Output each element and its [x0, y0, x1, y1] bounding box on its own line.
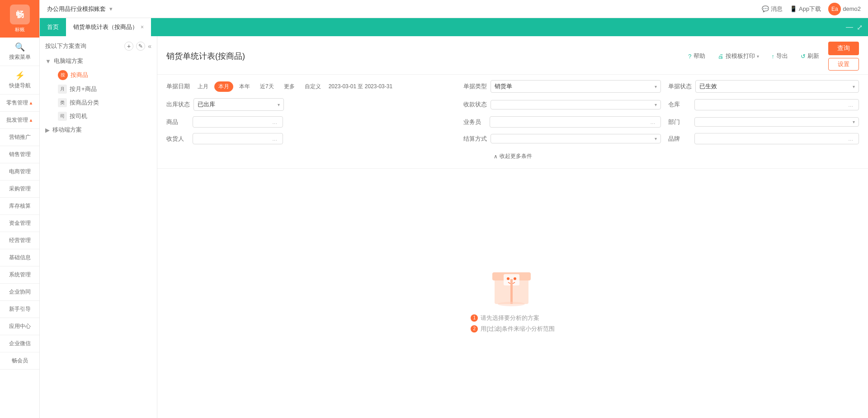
retail-arrow: ▲ [29, 100, 33, 105]
date-btn-last-month[interactable]: 上月 [193, 81, 212, 92]
warehouse-input[interactable]: ... [694, 99, 859, 110]
collapse-more-btn[interactable]: ∧ 收起更多条件 [166, 150, 859, 163]
date-btn-custom[interactable]: 自定义 [301, 81, 325, 92]
app-download-btn[interactable]: 📱 App下载 [790, 5, 821, 13]
tab-home[interactable]: 首页 [40, 18, 66, 36]
sidebar-item-search[interactable]: 🔍 搜索菜单 [0, 38, 39, 66]
receipt-status-select[interactable]: ▾ [491, 100, 661, 109]
sidebar-item-shortcut[interactable]: ⚡ 快捷导航 [0, 66, 39, 95]
receipt-status-label: 收款状态 [463, 100, 487, 109]
empty-tip-1: 1 请先选择要分析的方案 [471, 314, 554, 322]
filter-out-status: 出库状态 已出库 ▾ [166, 98, 463, 111]
collapse-panel-btn[interactable]: « [148, 43, 151, 50]
message-btn[interactable]: 💬 消息 [762, 5, 783, 13]
tree-expand-icon: ▼ [45, 58, 51, 65]
query-btn[interactable]: 查询 [828, 42, 859, 55]
sidebar-item-retail[interactable]: 零售管理 ▲ [0, 95, 39, 112]
refresh-btn[interactable]: ↺ 刷新 [797, 50, 823, 62]
filter-area: 单据日期 上月 本月 本年 近7天 更多 自定义 2023-03-01 至 20… [157, 75, 868, 169]
add-scheme-btn[interactable]: + [124, 42, 133, 51]
filter-date: 单据日期 上月 本月 本年 近7天 更多 自定义 2023-03-01 至 20… [166, 81, 463, 92]
receiver-dots[interactable]: ... [270, 135, 279, 142]
doc-type-select[interactable]: 销货单 ▾ [491, 80, 661, 93]
salesperson-dots[interactable]: ... [648, 119, 657, 125]
tab-maximize-icon[interactable]: ⤢ [857, 23, 863, 32]
tree-item-by-month-goods[interactable]: 月 按月+商品 [45, 82, 157, 96]
export-btn[interactable]: ↑ 导出 [768, 50, 792, 62]
empty-tips: 1 请先选择要分析的方案 2 用[过滤]条件来缩小分析范围 [471, 314, 554, 333]
tree-item-by-driver[interactable]: 司 按司机 [45, 109, 157, 123]
date-btn-this-month[interactable]: 本月 [214, 81, 233, 92]
help-btn[interactable]: ? 帮助 [684, 50, 708, 62]
header-dropdown-arrow[interactable]: ▾ [109, 5, 113, 12]
tab-minimize-icon[interactable]: — [846, 23, 853, 31]
filter-row-1: 单据日期 上月 本月 本年 近7天 更多 自定义 2023-03-01 至 20… [166, 80, 859, 93]
doc-type-chevron: ▾ [655, 84, 657, 89]
tree-section-desktop[interactable]: ▼ 电脑端方案 [40, 54, 157, 68]
goods-dots[interactable]: ... [270, 119, 279, 125]
sidebar-item-enterprise[interactable]: 企业协同 [0, 284, 39, 301]
tree-item-by-category[interactable]: 类 按商品分类 [45, 96, 157, 109]
sidebar-item-inventory[interactable]: 库存核算 [0, 198, 39, 215]
tab-close-btn[interactable]: × [141, 24, 144, 30]
edit-scheme-btn[interactable]: ✎ [136, 42, 145, 51]
dept-select[interactable]: ▾ [694, 117, 859, 127]
icon-month-goods: 月 [58, 85, 67, 94]
mobile-icon: 📱 [790, 5, 797, 12]
left-panel-actions: + ✎ « [124, 42, 151, 51]
sidebar-item-operations[interactable]: 经营管理 [0, 232, 39, 249]
date-btn-more[interactable]: 更多 [280, 81, 299, 92]
print-dropdown-arrow[interactable]: ▾ [757, 54, 759, 59]
sidebar-item-finance[interactable]: 资金管理 [0, 215, 39, 232]
filter-brand: 品牌 ... [661, 133, 859, 144]
sidebar-item-purchase[interactable]: 采购管理 [0, 180, 39, 198]
empty-svg [486, 254, 540, 309]
export-icon: ↑ [772, 53, 775, 60]
sidebar-item-wechat[interactable]: 企业微信 [0, 335, 39, 352]
warehouse-dots[interactable]: ... [846, 101, 855, 108]
salesperson-input[interactable]: ... [490, 116, 661, 128]
filter-doc-status: 单据状态 已生效 ▾ [661, 80, 859, 93]
filter-row-3: 商品 ... 业务员 ... 部门 [166, 116, 859, 128]
tip-num-2: 2 [471, 325, 478, 332]
print-btn[interactable]: 🖨 按模板打印 ▾ [714, 50, 763, 62]
filter-receipt-status: 收款状态 ▾ [463, 100, 661, 109]
brand-input[interactable]: ... [694, 133, 859, 144]
sidebar-item-wholesale[interactable]: 批发管理 ▲ [0, 112, 39, 129]
settings-btn[interactable]: 设置 [828, 58, 859, 71]
receiver-input[interactable]: ... [193, 133, 283, 144]
logo-text: 标账 [15, 26, 25, 33]
sidebar-item-system[interactable]: 系统管理 [0, 266, 39, 284]
sidebar-item-basics[interactable]: 基础信息 [0, 249, 39, 266]
main-wrap: 办公用品行业模拟账套 ▾ 💬 消息 📱 App下载 Ea demo2 首页 [40, 0, 868, 418]
sidebar-item-appstore[interactable]: 应用中心 [0, 318, 39, 335]
sidebar-item-member[interactable]: 畅会员 [0, 352, 39, 370]
top-header: 办公用品行业模拟账套 ▾ 💬 消息 📱 App下载 Ea demo2 [40, 0, 868, 18]
out-status-select[interactable]: 已出库 ▾ [193, 98, 284, 111]
payment-select[interactable]: ▾ [491, 134, 661, 143]
date-btn-7days[interactable]: 近7天 [256, 81, 278, 92]
sidebar-item-sales[interactable]: 销售管理 [0, 146, 39, 163]
sidebar-item-ecommerce[interactable]: 电商管理 [0, 163, 39, 180]
out-status-chevron: ▾ [278, 102, 280, 107]
badge-by-goods: 按 [58, 70, 68, 80]
brand-dots[interactable]: ... [846, 135, 855, 142]
date-btn-this-year[interactable]: 本年 [235, 81, 254, 92]
doc-type-label: 单据类型 [463, 82, 487, 90]
tab-active[interactable]: 销货单统计表（按商品） × [66, 18, 151, 36]
date-range-text: 2023-03-01 至 2023-03-31 [329, 83, 392, 90]
sidebar-item-newbie[interactable]: 新手引导 [0, 301, 39, 318]
tree-item-by-goods[interactable]: 按 按商品 [45, 68, 157, 82]
left-panel-title: 按以下方案查询 [45, 42, 86, 50]
empty-illustration [486, 254, 540, 309]
tree-mobile-expand-icon: ▶ [45, 127, 50, 133]
tree-section-mobile[interactable]: ▶ 移动端方案 [40, 123, 157, 137]
tab-bar-actions: — ⤢ [846, 23, 868, 32]
goods-input[interactable]: ... [193, 116, 283, 128]
doc-status-select[interactable]: 已生效 ▾ [695, 80, 859, 93]
receipt-status-chevron: ▾ [655, 102, 657, 107]
sidebar-item-marketing[interactable]: 营销推广 [0, 129, 39, 146]
brand-label: 品牌 [668, 135, 691, 143]
salesperson-label: 业务员 [463, 118, 486, 126]
user-avatar[interactable]: Ea demo2 [828, 3, 861, 15]
